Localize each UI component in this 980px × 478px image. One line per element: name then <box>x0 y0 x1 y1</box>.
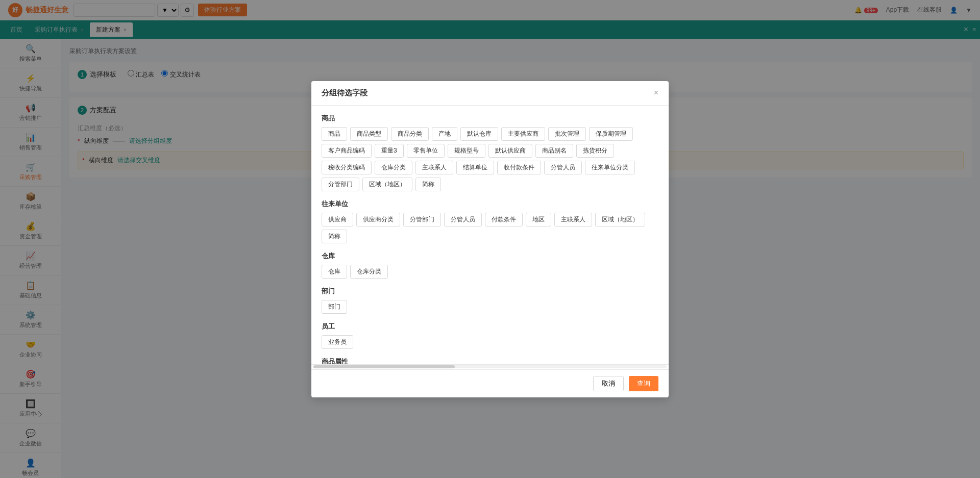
modal-header: 分组待选字段 × <box>311 81 669 106</box>
section-goods: 商品 商品 商品类型 商品分类 产地 默认仓库 主要供应商 批次管理 保质期管理… <box>322 114 658 191</box>
field-tag-batch-mgmt[interactable]: 批次管理 <box>548 127 586 141</box>
field-tag-default-supplier[interactable]: 默认供应商 <box>488 144 532 158</box>
field-tag-goods-alias[interactable]: 商品别名 <box>535 144 573 158</box>
field-tag-area[interactable]: 地区 <box>526 213 551 227</box>
field-tag-partner-category[interactable]: 往来单位分类 <box>585 161 635 174</box>
section-warehouse-tags: 仓库 仓库分类 <box>322 265 658 279</box>
hscroll-thumb <box>313 365 455 368</box>
field-tag-warehouse-category[interactable]: 仓库分类 <box>375 161 412 174</box>
field-tag-origin[interactable]: 产地 <box>432 127 457 141</box>
section-partner-title: 往来单位 <box>322 199 658 209</box>
section-goods-tags: 商品 商品类型 商品分类 产地 默认仓库 主要供应商 批次管理 保质期管理 客户… <box>322 127 658 191</box>
section-employee: 员工 业务员 <box>322 322 658 349</box>
modal-title: 分组待选字段 <box>322 88 368 98</box>
field-selection-modal: 分组待选字段 × 商品 商品 商品类型 商品分类 产地 默认仓库 主要供应商 批… <box>311 81 669 397</box>
field-tag-person-in-charge[interactable]: 分管人员 <box>544 161 582 174</box>
section-employee-title: 员工 <box>322 322 658 331</box>
field-tag-pick-points[interactable]: 拣货积分 <box>576 144 614 158</box>
section-employee-tags: 业务员 <box>322 335 658 349</box>
field-tag-weight3[interactable]: 重量3 <box>375 144 404 158</box>
field-tag-dept-in-charge[interactable]: 分管部门 <box>322 178 359 191</box>
field-tag-region2[interactable]: 区域（地区） <box>595 213 645 227</box>
field-tag-main-contact2[interactable]: 主联系人 <box>554 213 592 227</box>
field-tag-goods-type[interactable]: 商品类型 <box>350 127 388 141</box>
field-tag-goods[interactable]: 商品 <box>322 127 347 141</box>
cancel-button[interactable]: 取消 <box>593 376 624 391</box>
field-tag-settlement-unit[interactable]: 结算单位 <box>456 161 494 174</box>
field-tag-partner-dept[interactable]: 分管部门 <box>403 213 441 227</box>
field-tag-goods-category[interactable]: 商品分类 <box>391 127 429 141</box>
field-tag-customer-code[interactable]: 客户商品编码 <box>322 144 372 158</box>
field-tag-main-contact[interactable]: 主联系人 <box>415 161 453 174</box>
modal-horizontal-scrollbar[interactable] <box>311 364 669 369</box>
section-goods-title: 商品 <box>322 114 658 123</box>
field-tag-supplier-category[interactable]: 供应商分类 <box>356 213 400 227</box>
section-partner-tags: 供应商 供应商分类 分管部门 分管人员 付款条件 地区 主联系人 区域（地区） … <box>322 213 658 243</box>
field-tag-partner-person[interactable]: 分管人员 <box>444 213 482 227</box>
field-tag-short-name[interactable]: 简称 <box>415 178 441 191</box>
section-goods-attr: 商品属性 属性 颜色 多规格 尺码 鞋码 1 <box>322 357 658 364</box>
modal-close-button[interactable]: × <box>654 88 658 97</box>
section-dept: 部门 部门 <box>322 287 658 314</box>
field-tag-spec-model[interactable]: 规格型号 <box>448 144 485 158</box>
modal-body[interactable]: 商品 商品 商品类型 商品分类 产地 默认仓库 主要供应商 批次管理 保质期管理… <box>311 106 669 364</box>
section-goods-attr-title: 商品属性 <box>322 357 658 364</box>
field-tag-short-name2[interactable]: 简称 <box>322 230 347 243</box>
field-tag-dept[interactable]: 部门 <box>322 300 347 314</box>
section-partner: 往来单位 供应商 供应商分类 分管部门 分管人员 付款条件 地区 主联系人 区域… <box>322 199 658 243</box>
hscroll-track <box>313 365 667 368</box>
field-tag-expiry-mgmt[interactable]: 保质期管理 <box>589 127 633 141</box>
modal-footer: 取消 查询 <box>311 369 669 397</box>
field-tag-payment-terms[interactable]: 收付款条件 <box>497 161 541 174</box>
field-tag-supplier[interactable]: 供应商 <box>322 213 353 227</box>
field-tag-payment-cond[interactable]: 付款条件 <box>485 213 523 227</box>
field-tag-tax-code[interactable]: 税收分类编码 <box>322 161 372 174</box>
field-tag-retail-unit[interactable]: 零售单位 <box>407 144 445 158</box>
field-tag-warehouse-cat[interactable]: 仓库分类 <box>350 265 388 279</box>
section-dept-title: 部门 <box>322 287 658 296</box>
field-tag-main-supplier[interactable]: 主要供应商 <box>501 127 545 141</box>
section-warehouse: 仓库 仓库 仓库分类 <box>322 251 658 279</box>
field-tag-salesperson[interactable]: 业务员 <box>322 335 353 349</box>
section-warehouse-title: 仓库 <box>322 251 658 261</box>
section-dept-tags: 部门 <box>322 300 658 314</box>
modal-overlay[interactable]: 分组待选字段 × 商品 商品 商品类型 商品分类 产地 默认仓库 主要供应商 批… <box>0 0 980 478</box>
field-tag-default-warehouse[interactable]: 默认仓库 <box>460 127 498 141</box>
field-tag-warehouse[interactable]: 仓库 <box>322 265 347 279</box>
field-tag-region[interactable]: 区域（地区） <box>362 178 412 191</box>
confirm-button[interactable]: 查询 <box>629 376 658 391</box>
